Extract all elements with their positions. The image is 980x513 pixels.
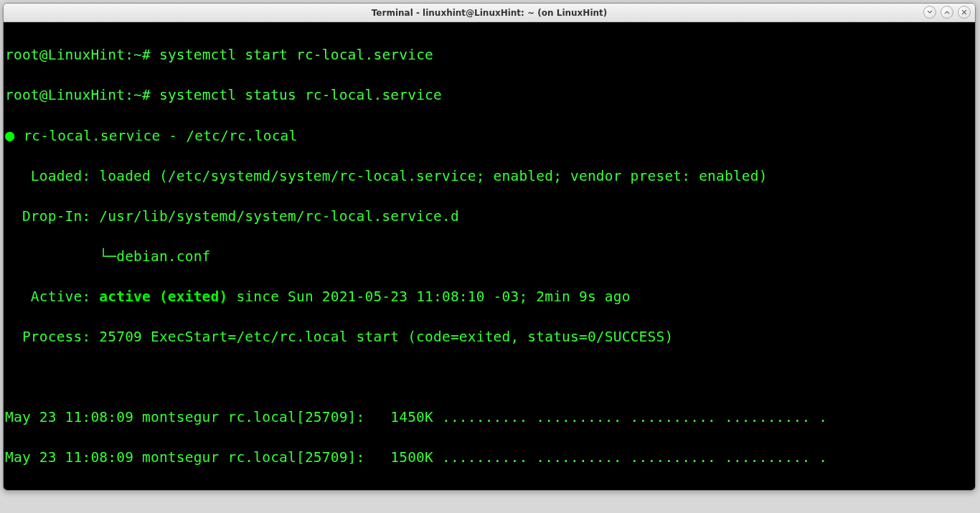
active-label: Active: (5, 288, 99, 305)
status-dot-icon: ● (5, 126, 14, 144)
active-state: active (exited) (99, 288, 227, 305)
status-loaded: Loaded: loaded (/etc/systemd/system/rc-l… (5, 166, 974, 187)
terminal-output[interactable]: root@LinuxHint:~# systemctl start rc-loc… (4, 22, 975, 490)
window-controls (923, 6, 971, 19)
maximize-button[interactable] (941, 6, 953, 19)
prompt-line: root@LinuxHint:~# systemctl status rc-lo… (5, 85, 974, 105)
status-unit: ● rc-local.service - /etc/rc.local (5, 126, 974, 146)
window-title: Terminal - linuxhint@LinuxHint: ~ (on Li… (372, 8, 608, 18)
status-active: Active: active (exited) since Sun 2021-0… (5, 287, 974, 307)
blank-line (5, 367, 974, 387)
command: systemctl start rc-local.service (159, 47, 433, 63)
command: systemctl status rc-local.service (159, 87, 442, 103)
status-dropin: Drop-In: /usr/lib/systemd/system/rc-loca… (5, 207, 974, 227)
close-button[interactable] (958, 6, 971, 19)
minimize-button[interactable] (923, 6, 936, 19)
status-dropin-file: └─debian.conf (5, 247, 974, 267)
active-since: since Sun 2021-05-23 11:08:10 -03; 2min … (227, 288, 630, 305)
prompt: root@LinuxHint:~# (5, 87, 151, 103)
titlebar[interactable]: Terminal - linuxhint@LinuxHint: ~ (on Li… (4, 4, 975, 22)
status-unit-text: rc-local.service - /etc/rc.local (14, 128, 297, 144)
log-line: May 23 11:08:09 montsegur rc.local[25709… (5, 408, 974, 428)
status-process: Process: 25709 ExecStart=/etc/rc.local s… (5, 327, 974, 347)
terminal-window: Terminal - linuxhint@LinuxHint: ~ (on Li… (3, 3, 976, 491)
log-line: May 23 11:08:09 montsegur rc.local[25709… (5, 488, 974, 490)
prompt-line: root@LinuxHint:~# systemctl start rc-loc… (5, 45, 974, 65)
prompt: root@LinuxHint:~# (5, 47, 151, 63)
log-line: May 23 11:08:09 montsegur rc.local[25709… (5, 448, 974, 468)
